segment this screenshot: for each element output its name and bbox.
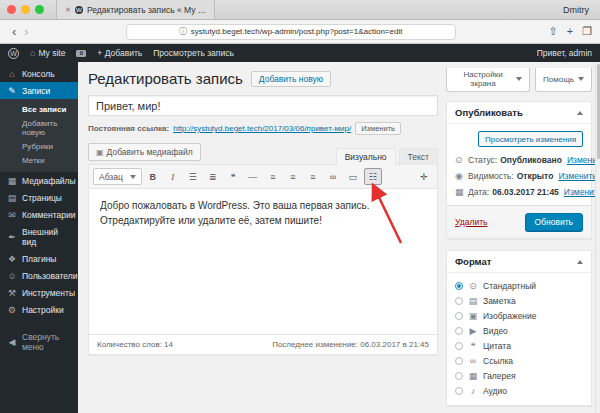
calendar-icon: ▦ bbox=[455, 187, 465, 197]
radio-checked-icon[interactable] bbox=[455, 282, 463, 290]
format-option-gallery[interactable]: ▦ Галерея bbox=[455, 368, 583, 383]
browser-profile-name[interactable]: Dmitry bbox=[563, 5, 589, 15]
sidebar-item-users[interactable]: ☺ Пользователи bbox=[0, 267, 78, 284]
browser-tab[interactable]: ✕ W Редактировать запись « My … bbox=[56, 0, 215, 19]
wordpress-logo-icon[interactable]: W bbox=[8, 48, 19, 59]
sidebar-item-pages[interactable]: ▤ Страницы bbox=[0, 189, 78, 206]
sidebar-item-comments[interactable]: ✉ Комментарии bbox=[0, 206, 78, 223]
radio-icon[interactable] bbox=[455, 312, 463, 320]
status-value: Опубликовано bbox=[500, 155, 562, 165]
more-tag-button[interactable]: ▭ bbox=[344, 168, 362, 185]
admin-bar-site-link[interactable]: ⌂ My site bbox=[30, 48, 65, 58]
permalink-edit-button[interactable]: Изменить bbox=[355, 122, 401, 135]
tab-close-icon[interactable]: ✕ bbox=[65, 6, 71, 14]
last-edited: Последнее изменение: 06.03.2017 в 21:45 bbox=[272, 340, 429, 349]
tabs-overview-button[interactable]: ❐ bbox=[582, 26, 592, 37]
zoom-window-button[interactable] bbox=[35, 5, 44, 14]
radio-icon[interactable] bbox=[455, 357, 463, 365]
preview-changes-button[interactable]: Просмотреть изменения bbox=[478, 131, 583, 147]
format-option-aside[interactable]: ▤ Заметка bbox=[455, 293, 583, 308]
sidebar-item-plugins[interactable]: ❖ Плагины bbox=[0, 250, 78, 267]
radio-icon[interactable] bbox=[455, 342, 463, 350]
panel-toggle-icon[interactable] bbox=[577, 260, 583, 264]
share-button[interactable]: ⇧ bbox=[548, 26, 557, 37]
add-media-button[interactable]: ▣ Добавить медиафайл bbox=[88, 143, 201, 161]
status-pin-icon: ⊙ bbox=[455, 155, 465, 165]
align-right-button[interactable]: ≡ bbox=[304, 168, 322, 185]
help-button[interactable]: Помощь bbox=[535, 68, 592, 92]
link-button[interactable]: ∞ bbox=[324, 168, 342, 185]
radio-icon[interactable] bbox=[455, 327, 463, 335]
admin-bar-new-link[interactable]: + Добавить bbox=[97, 48, 142, 58]
post-title-input[interactable] bbox=[88, 95, 438, 116]
admin-bar-view-post-link[interactable]: Просмотреть запись bbox=[153, 48, 234, 58]
format-option-audio[interactable]: ♪ Аудио bbox=[455, 383, 583, 398]
sidebar-item-media[interactable]: ▦ Медиафайлы bbox=[0, 172, 78, 189]
radio-icon[interactable] bbox=[455, 387, 463, 395]
toolbar-toggle-button[interactable]: ☷ bbox=[364, 168, 382, 185]
sidebar-item-settings[interactable]: ⚙ Настройки bbox=[0, 301, 78, 318]
sidebar-item-label: Пользователи bbox=[22, 271, 77, 281]
format-option-image[interactable]: ▣ Изображение bbox=[455, 308, 583, 323]
editor-toolbar: Абзац B I ☰ ≣ ❝ ― ≡ ≡ ≡ ∞ ▭ bbox=[89, 165, 437, 189]
browser-actions: ⇧ + ❐ bbox=[548, 26, 592, 37]
permalink-row: Постоянная ссылка: http://systutyd.beget… bbox=[88, 122, 438, 135]
numbered-list-button[interactable]: ≣ bbox=[204, 168, 222, 185]
blockquote-button[interactable]: ❝ bbox=[224, 168, 242, 185]
radio-icon[interactable] bbox=[455, 297, 463, 305]
wp-body: ⌂ Консоль ✎ Записи Все записи Добавить н… bbox=[0, 62, 600, 413]
tab-title: Редактировать запись « My … bbox=[87, 5, 206, 15]
tab-visual[interactable]: Визуально bbox=[336, 148, 396, 165]
bulleted-list-button[interactable]: ☰ bbox=[184, 168, 202, 185]
sidebar-item-appearance[interactable]: ✒ Внешний вид bbox=[0, 223, 78, 250]
sidebar-item-tools[interactable]: ⚒ Инструменты bbox=[0, 284, 78, 301]
submenu-item-add-new[interactable]: Добавить новую bbox=[0, 116, 78, 139]
horizontal-rule-button[interactable]: ― bbox=[244, 168, 262, 185]
add-new-post-button[interactable]: Добавить новую bbox=[251, 71, 331, 87]
align-center-button[interactable]: ≡ bbox=[284, 168, 302, 185]
paragraph-format-dropdown[interactable]: Абзац bbox=[93, 168, 142, 185]
format-panel-header[interactable]: Формат bbox=[447, 251, 591, 273]
sidebar-item-label: Свернуть меню bbox=[22, 332, 71, 352]
visibility-row: ◉ Видимость: Открыто Изменить bbox=[447, 168, 591, 184]
address-field[interactable]: ⓘ systutyd.beget.tech/wp-admin/post.php?… bbox=[126, 24, 456, 40]
distraction-free-button[interactable]: ✛ bbox=[415, 168, 433, 185]
site-info-icon[interactable]: ⓘ bbox=[179, 26, 187, 37]
page-scrollbar[interactable] bbox=[595, 62, 600, 413]
sidebar-item-dashboard[interactable]: ⌂ Консоль bbox=[0, 65, 78, 82]
italic-button[interactable]: I bbox=[164, 168, 182, 185]
visibility-edit-link[interactable]: Изменить bbox=[558, 171, 596, 181]
format-option-quote[interactable]: ❝ Цитата bbox=[455, 338, 583, 353]
panel-toggle-icon[interactable] bbox=[577, 111, 583, 115]
sidebar-item-label: Комментарии bbox=[22, 210, 76, 220]
format-video-icon: ▶ bbox=[468, 326, 478, 336]
align-left-button[interactable]: ≡ bbox=[264, 168, 282, 185]
admin-bar-comments-link[interactable]: 0 bbox=[76, 50, 86, 57]
submenu-item-categories[interactable]: Рубрики bbox=[0, 139, 78, 153]
permalink-url-link[interactable]: http://systutyd.beget.tech/2017/03/06/пр… bbox=[173, 124, 351, 133]
move-to-trash-link[interactable]: Удалить bbox=[455, 217, 487, 227]
radio-icon[interactable] bbox=[455, 372, 463, 380]
sidebar-item-posts[interactable]: ✎ Записи bbox=[0, 82, 78, 99]
tab-text[interactable]: Текст bbox=[399, 148, 438, 165]
format-option-video[interactable]: ▶ Видео bbox=[455, 323, 583, 338]
sidebar-item-label: Страницы bbox=[22, 193, 62, 203]
new-tab-button[interactable]: + bbox=[567, 26, 573, 37]
minimize-window-button[interactable] bbox=[21, 5, 30, 14]
scrollbar-thumb[interactable] bbox=[597, 64, 600, 159]
publish-panel-header[interactable]: Опубликовать bbox=[447, 102, 591, 124]
close-window-button[interactable] bbox=[7, 5, 16, 14]
format-option-standard[interactable]: ⊙ Стандартный bbox=[455, 278, 583, 293]
forward-button[interactable]: › bbox=[20, 25, 32, 38]
submenu-item-tags[interactable]: Метки bbox=[0, 153, 78, 167]
sidebar-item-collapse-menu[interactable]: ◀ Свернуть меню bbox=[0, 328, 78, 355]
format-audio-icon: ♪ bbox=[468, 386, 478, 396]
back-button[interactable]: ‹ bbox=[8, 25, 20, 38]
submenu-item-all-posts[interactable]: Все записи bbox=[0, 102, 78, 116]
admin-bar-greeting[interactable]: Привет, admin bbox=[537, 48, 592, 58]
screen-options-button[interactable]: Настройки экрана bbox=[446, 68, 530, 92]
update-button[interactable]: Обновить bbox=[525, 213, 584, 231]
bold-button[interactable]: B bbox=[144, 168, 162, 185]
editor-content[interactable]: Добро пожаловать в WordPress. Это ваша п… bbox=[89, 189, 437, 334]
format-option-link[interactable]: ∞ Ссылка bbox=[455, 353, 583, 368]
